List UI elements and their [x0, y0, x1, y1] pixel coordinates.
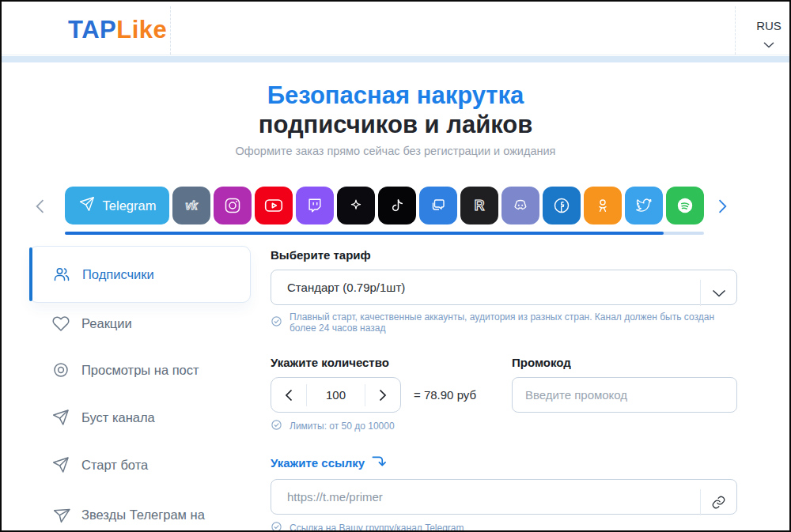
- link-label: Укажите ссылку: [271, 454, 386, 471]
- platform-youtube-icon[interactable]: [255, 187, 293, 224]
- platform-spotify-icon[interactable]: [666, 187, 704, 224]
- users-icon: [52, 265, 71, 284]
- tariff-select[interactable]: Стандарт (0.79р/1шт): [271, 270, 737, 305]
- header: TAPLike RUS: [2, 2, 789, 55]
- quantity-limits-note: Лимиты: от 50 до 10000: [271, 419, 512, 433]
- language-label: RUS: [756, 19, 782, 32]
- sidebar-item-label: Звезды Телеграм на: [81, 507, 205, 523]
- carousel-next-button[interactable]: [717, 198, 732, 214]
- eye-icon: [51, 360, 70, 379]
- tariff-note-text: Плавный старт, качественные аккаунты, ау…: [290, 311, 737, 334]
- page: TAPLike RUS Безопасная накрутка подписчи…: [0, 0, 791, 532]
- telegram-label: Telegram: [103, 198, 157, 213]
- logo-part-like: Like: [116, 16, 167, 43]
- link-input[interactable]: [271, 490, 736, 504]
- tariff-note: Плавный старт, качественные аккаунты, ау…: [271, 311, 737, 334]
- hero: Безопасная накрутка подписчиков и лайков…: [2, 81, 789, 157]
- paper-plane-icon: [51, 455, 70, 474]
- sidebar-active-indicator: [29, 247, 32, 301]
- logo-part-tap: TAP: [68, 16, 116, 43]
- check-circle-icon: [271, 521, 282, 532]
- chevron-down-icon: [751, 37, 786, 51]
- sidebar-item-post-views[interactable]: Просмотры на пост: [29, 347, 251, 393]
- quantity-limits-text: Лимиты: от 50 до 10000: [290, 421, 395, 432]
- platform-discord-icon[interactable]: [501, 187, 539, 224]
- link-icon[interactable]: [700, 489, 736, 515]
- platform-facebook-icon[interactable]: [543, 187, 581, 224]
- heart-icon: [51, 314, 70, 333]
- telegram-icon: [78, 195, 96, 216]
- platform-twitter-icon[interactable]: [625, 187, 663, 224]
- platform-vk-icon[interactable]: vk: [172, 187, 210, 224]
- sidebar-item-reactions[interactable]: Реакции: [29, 300, 251, 346]
- page-title-line2: подписчиков и лайков: [2, 110, 789, 139]
- platform-carousel: Telegram vk R: [65, 187, 704, 224]
- logo[interactable]: TAPLike: [68, 16, 167, 44]
- tariff-label: Выберите тариф: [271, 248, 737, 262]
- sidebar-item-label: Подписчики: [82, 267, 154, 282]
- platform-chat-icon[interactable]: [419, 187, 457, 224]
- link-input-box: [271, 479, 737, 515]
- tariff-selected-value: Стандарт (0.79р/1шт): [271, 281, 405, 294]
- quantity-input[interactable]: [307, 388, 365, 402]
- platform-sparkle-icon[interactable]: [337, 187, 375, 224]
- paper-plane-icon: [51, 408, 70, 427]
- header-divider-right: [735, 6, 736, 55]
- promo-label: Промокод: [512, 356, 737, 369]
- svg-text:R: R: [475, 198, 485, 213]
- sidebar-item-channel-boost[interactable]: Буст канала: [29, 394, 251, 440]
- sidebar-item-label: Реакции: [81, 316, 132, 331]
- header-accent-band: [2, 56, 789, 62]
- sidebar-item-bot-start[interactable]: Старт бота: [29, 442, 251, 488]
- platform-tiktok-icon[interactable]: [378, 187, 416, 224]
- page-subtitle: Оформите заказ прямо сейчас без регистра…: [2, 145, 789, 157]
- promo-input[interactable]: [512, 377, 737, 413]
- page-title-line1: Безопасная накрутка: [2, 81, 789, 110]
- quantity-increase-button[interactable]: [365, 378, 400, 412]
- price-total: = 78.90 руб: [414, 388, 476, 402]
- quantity-decrease-button[interactable]: [271, 378, 306, 412]
- platform-telegram-button[interactable]: Telegram: [65, 187, 169, 224]
- chevron-down-icon[interactable]: [700, 280, 736, 306]
- platform-odnoklassniki-icon[interactable]: [584, 187, 622, 224]
- link-note: Ссылка на Вашу группу/канал Telegram: [271, 521, 737, 532]
- carousel-scrollbar-fill: [65, 232, 664, 235]
- sidebar-item-label: Буст канала: [81, 410, 155, 425]
- check-circle-icon: [271, 315, 282, 330]
- platform-rutube-icon[interactable]: R: [460, 187, 498, 224]
- platform-instagram-icon[interactable]: [214, 187, 252, 224]
- quantity-stepper: [271, 377, 401, 413]
- link-note-text: Ссылка на Вашу группу/канал Telegram: [290, 523, 464, 532]
- svg-text:vk: vk: [185, 200, 199, 212]
- quantity-label: Укажите количество: [271, 356, 512, 369]
- link-label-text: Укажите ссылку: [271, 456, 365, 470]
- arrow-curve-down-icon: [371, 454, 386, 471]
- sidebar-item-label: Старт бота: [81, 458, 148, 473]
- header-divider-left: [170, 6, 171, 55]
- carousel-prev-button[interactable]: [33, 198, 49, 214]
- sidebar-item-telegram-stars[interactable]: Звезды Телеграм на: [29, 492, 251, 532]
- carousel-scrollbar[interactable]: [65, 232, 704, 235]
- sidebar-item-subscribers[interactable]: Подписчики: [29, 246, 251, 303]
- order-form: Выберите тариф Стандарт (0.79р/1шт) Плав…: [271, 248, 737, 532]
- sidebar-item-label: Просмотры на пост: [81, 363, 199, 378]
- language-selector[interactable]: RUS: [751, 19, 786, 51]
- platform-twitch-icon[interactable]: [296, 187, 334, 224]
- paper-plane-icon: [49, 503, 72, 526]
- check-circle-icon: [271, 419, 282, 433]
